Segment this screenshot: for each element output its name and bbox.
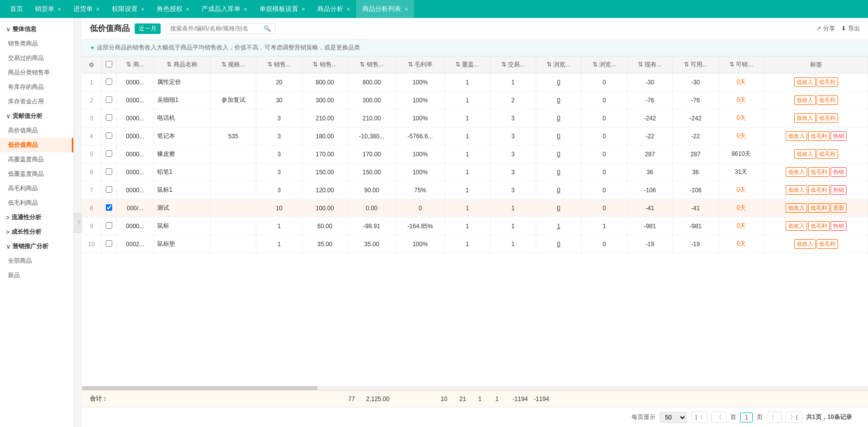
nav-item-单据模板设置[interactable]: 单据模板设置✕ bbox=[253, 0, 311, 18]
row-checkbox-cell[interactable] bbox=[101, 163, 116, 181]
page-size-select[interactable]: 50 100 200 bbox=[659, 412, 687, 423]
search-box[interactable]: 🔍 bbox=[166, 23, 275, 34]
sidebar-item-低覆盖度商品[interactable]: 低覆盖度商品 bbox=[0, 167, 73, 181]
sidebar-item-库存资金占用[interactable]: 库存资金占用 bbox=[0, 94, 73, 109]
row-browse1[interactable]: 0 bbox=[536, 235, 582, 253]
sidebar-item-新品[interactable]: 新品 bbox=[0, 268, 73, 283]
col-browse2[interactable]: ⇅ 浏览... bbox=[582, 56, 628, 73]
row-browse1[interactable]: 0 bbox=[536, 91, 582, 109]
col-sales-price[interactable]: ⇅ 销售... bbox=[302, 56, 348, 73]
export-button[interactable]: ⬇ 导出 bbox=[841, 24, 860, 33]
row-checkbox[interactable] bbox=[106, 96, 112, 103]
sidebar-group-整体信息[interactable]: ∨整体信息 bbox=[0, 22, 73, 36]
col-name[interactable]: ⇅ 商品名称 bbox=[154, 56, 211, 73]
col-sales-amount[interactable]: ⇅ 销售... bbox=[348, 56, 396, 73]
row-checkbox[interactable] bbox=[106, 204, 112, 211]
row-checkbox[interactable] bbox=[106, 240, 112, 247]
sidebar-item-低价值商品[interactable]: 低价值商品 bbox=[0, 138, 73, 152]
row-browse1[interactable]: 0 bbox=[536, 163, 582, 181]
row-checkbox[interactable] bbox=[106, 150, 112, 157]
col-gross-margin[interactable]: ⇅ 毛利率 bbox=[396, 56, 444, 73]
row-name: 吴细细1 bbox=[154, 91, 211, 109]
row-browse1[interactable]: 1 bbox=[536, 217, 582, 235]
scroll-thumb[interactable] bbox=[82, 386, 318, 390]
last-page-btn[interactable]: 〉| bbox=[786, 412, 802, 423]
row-checkbox[interactable] bbox=[106, 114, 112, 121]
scroll-bar-area[interactable] bbox=[82, 386, 868, 390]
sidebar-item-有库存的商品[interactable]: 有库存的商品 bbox=[0, 80, 73, 94]
nav-item-产成品入库单[interactable]: 产成品入库单✕ bbox=[196, 0, 253, 18]
row-browse1[interactable]: 0 bbox=[536, 73, 582, 91]
share-button[interactable]: ↗ 分享 bbox=[816, 24, 835, 33]
col-checkbox[interactable] bbox=[101, 56, 116, 73]
nav-item-销货单[interactable]: 销货单✕ bbox=[29, 0, 67, 18]
row-checkbox-cell[interactable] bbox=[101, 127, 116, 145]
sidebar-item-全部商品[interactable]: 全部商品 bbox=[0, 254, 73, 268]
nav-item-进货单[interactable]: 进货单✕ bbox=[67, 0, 106, 18]
col-current-stock[interactable]: ⇅ 现有... bbox=[627, 56, 673, 73]
sidebar-item-商品分类销售率[interactable]: 商品分类销售率 bbox=[0, 65, 73, 80]
row-checkbox[interactable] bbox=[106, 132, 112, 139]
row-browse1[interactable]: 0 bbox=[536, 109, 582, 127]
sidebar-group-流通性分析[interactable]: >流通性分析 bbox=[0, 210, 73, 225]
row-sales-amount: 0.00 bbox=[348, 199, 396, 217]
nav-item-首页[interactable]: 首页 bbox=[4, 0, 29, 18]
nav-item-角色授权[interactable]: 角色授权✕ bbox=[151, 0, 196, 18]
sidebar-item-高价值商品[interactable]: 高价值商品 bbox=[0, 123, 73, 138]
sidebar-group-营销推广分析[interactable]: ∨营销推广分析 bbox=[0, 239, 73, 254]
time-badge[interactable]: 近一月 bbox=[135, 23, 161, 34]
col-available[interactable]: ⇅ 可用... bbox=[673, 56, 719, 73]
row-checkbox[interactable] bbox=[106, 78, 112, 85]
row-checkbox[interactable] bbox=[106, 186, 112, 193]
next-page-btn[interactable]: 〉 bbox=[767, 412, 782, 423]
search-input[interactable] bbox=[170, 25, 263, 32]
row-browse1[interactable]: 0 bbox=[536, 181, 582, 199]
collapse-btn[interactable]: 《 bbox=[74, 213, 82, 233]
search-icon[interactable]: 🔍 bbox=[263, 25, 271, 32]
row-checkbox-cell[interactable] bbox=[101, 235, 116, 253]
first-page-btn[interactable]: |〈 bbox=[691, 412, 707, 423]
nav-item-商品分析[interactable]: 商品分析✕ bbox=[311, 0, 356, 18]
close-icon[interactable]: ✕ bbox=[186, 6, 190, 12]
nav-item-商品分析列表[interactable]: 商品分析列表✕ bbox=[356, 0, 414, 18]
close-icon[interactable]: ✕ bbox=[96, 6, 100, 12]
row-saleable: 0天 bbox=[718, 181, 764, 199]
row-browse1[interactable]: 0 bbox=[536, 145, 582, 163]
close-icon[interactable]: ✕ bbox=[57, 6, 61, 12]
select-all-checkbox[interactable] bbox=[106, 61, 112, 67]
sidebar-item-高毛利商品[interactable]: 高毛利商品 bbox=[0, 181, 73, 196]
row-checkbox-cell[interactable] bbox=[101, 217, 116, 235]
close-icon[interactable]: ✕ bbox=[243, 6, 247, 12]
current-page[interactable]: 1 bbox=[740, 413, 753, 423]
sidebar-item-低毛利商品[interactable]: 低毛利商品 bbox=[0, 196, 73, 210]
close-icon[interactable]: ✕ bbox=[404, 6, 408, 12]
row-checkbox-cell[interactable] bbox=[101, 181, 116, 199]
col-spec[interactable]: ⇅ 规格... bbox=[210, 56, 256, 73]
col-browse1[interactable]: ⇅ 浏览... bbox=[536, 56, 582, 73]
row-checkbox-cell[interactable] bbox=[101, 91, 116, 109]
col-saleable[interactable]: ⇅ 可销... bbox=[718, 56, 764, 73]
row-browse1[interactable]: 0 bbox=[536, 199, 582, 217]
sidebar-item-交易过的商品[interactable]: 交易过的商品 bbox=[0, 51, 73, 65]
close-icon[interactable]: ✕ bbox=[301, 6, 305, 12]
col-sales-qty[interactable]: ⇅ 销售... bbox=[256, 56, 302, 73]
col-coverage[interactable]: ⇅ 覆盖... bbox=[444, 56, 490, 73]
sidebar-group-贡献值分析[interactable]: ∨贡献值分析 bbox=[0, 109, 73, 123]
row-checkbox-cell[interactable] bbox=[101, 199, 116, 217]
row-checkbox[interactable] bbox=[106, 168, 112, 175]
row-checkbox[interactable] bbox=[106, 222, 112, 229]
row-checkbox-cell[interactable] bbox=[101, 73, 116, 91]
sidebar-item-高覆盖度商品[interactable]: 高覆盖度商品 bbox=[0, 152, 73, 167]
sidebar-item-销售类商品[interactable]: 销售类商品 bbox=[0, 36, 73, 51]
col-code[interactable]: ⇅ 商... bbox=[116, 56, 154, 73]
close-icon[interactable]: ✕ bbox=[141, 6, 145, 12]
prev-page-btn[interactable]: 〈 bbox=[711, 412, 726, 423]
nav-item-权限设置[interactable]: 权限设置✕ bbox=[106, 0, 151, 18]
row-browse1[interactable]: 0 bbox=[536, 127, 582, 145]
col-settings[interactable]: ⚙ bbox=[82, 56, 101, 73]
col-transaction[interactable]: ⇅ 交易... bbox=[490, 56, 536, 73]
row-checkbox-cell[interactable] bbox=[101, 145, 116, 163]
close-icon[interactable]: ✕ bbox=[346, 6, 350, 12]
sidebar-group-成长性分析[interactable]: >成长性分析 bbox=[0, 225, 73, 239]
row-checkbox-cell[interactable] bbox=[101, 109, 116, 127]
